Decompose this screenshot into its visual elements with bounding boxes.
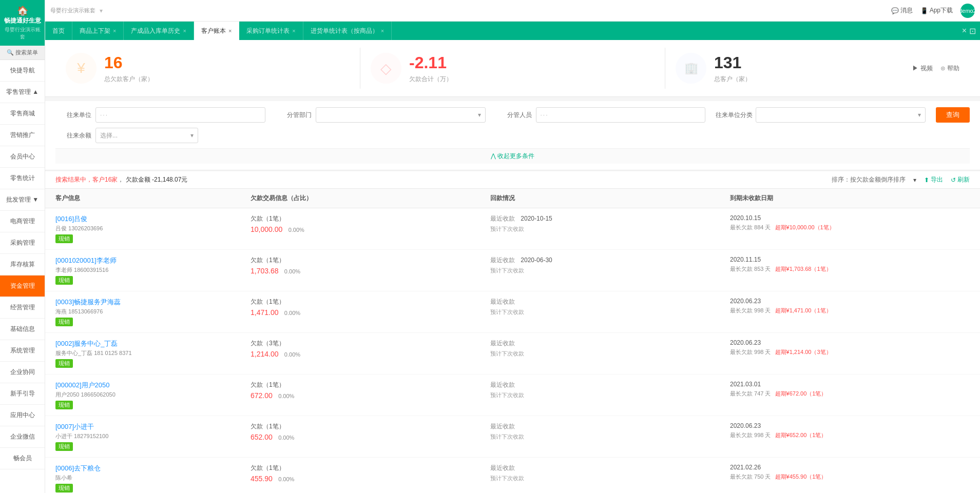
- sidebar-item-ecommerce[interactable]: 电商管理: [0, 211, 45, 232]
- sidebar-item-quick-nav[interactable]: 快捷导航: [0, 60, 45, 82]
- collection-col: 最近收款 预计下次收款: [490, 422, 730, 441]
- collapse-filter-btn[interactable]: ⋀ 收起更多条件: [55, 148, 970, 164]
- overdue-link[interactable]: 超期¥672.00（1笔）: [775, 390, 827, 397]
- debt-icon: ◇: [371, 53, 401, 84]
- person-input[interactable]: ···: [536, 107, 706, 123]
- message-btn[interactable]: 💬 消息: [891, 6, 913, 15]
- sidebar-item-enterprise[interactable]: 企业协同: [0, 362, 45, 383]
- topbar: 母婴行业演示账套 ▾ 💬 消息 📱 App下载 demo2: [45, 0, 980, 22]
- col-header-customer: 客户信息: [55, 194, 251, 203]
- refresh-btn[interactable]: ↺ 刷新: [951, 175, 970, 184]
- stats-row: ¥ 16 总欠款客户（家） ◇ -2.11 欠款合计（万） 🏢 131: [45, 40, 980, 97]
- export-btn[interactable]: ⬆ 导出: [924, 175, 943, 184]
- sidebar-item-corp-wechat[interactable]: 企业微信: [0, 426, 45, 448]
- sidebar-item-system[interactable]: 系统管理: [0, 340, 45, 362]
- table-row: [000002]用户2050 用户2050 18665062050 现销 欠款（…: [45, 374, 980, 416]
- sidebar-item-marketing[interactable]: 营销推广: [0, 125, 45, 146]
- close-icon[interactable]: ×: [228, 28, 232, 34]
- overdue-link[interactable]: 超期¥10,000.00（1笔）: [775, 224, 835, 230]
- help-btn[interactable]: ⊙ 帮助: [940, 64, 959, 73]
- debt-amount[interactable]: 1,471.00: [251, 308, 279, 317]
- sidebar-item-retail-stat[interactable]: 零售统计: [0, 168, 45, 189]
- app-download-btn[interactable]: 📱 App下载: [920, 6, 953, 15]
- results-amount: 欠款金额 -21,148.07元: [126, 176, 188, 183]
- close-icon[interactable]: ×: [183, 28, 186, 34]
- sort-arrow-icon[interactable]: ▾: [913, 176, 916, 184]
- balance-select[interactable]: 选择... ▾: [95, 128, 198, 143]
- maximize-icon[interactable]: ⊡: [969, 26, 976, 36]
- customer-name-link[interactable]: [0006]去下粮仓: [55, 464, 251, 473]
- close-all-tabs-icon[interactable]: ×: [962, 26, 967, 35]
- customer-name-link[interactable]: [000002]用户2050: [55, 381, 251, 390]
- sidebar-item-label: 资金管理: [10, 282, 35, 289]
- customer-name-link[interactable]: [0007]小进干: [55, 422, 251, 431]
- sidebar-item-batch-mgmt[interactable]: 批发管理 ▼: [0, 189, 45, 211]
- video-btn[interactable]: ▶ 视频: [912, 64, 932, 73]
- close-icon[interactable]: ×: [381, 28, 384, 34]
- overdue-date: 2020.10.15: [730, 214, 970, 222]
- tab-production-history[interactable]: 产成品入库单历史 ×: [124, 22, 194, 40]
- sidebar-item-retail-mall[interactable]: 零售商城: [0, 103, 45, 125]
- sidebar-item-finance[interactable]: 资金管理: [0, 275, 45, 297]
- app-logo[interactable]: 🏠 畅捷通好生意 母婴行业演示账套: [0, 0, 45, 46]
- customer-name-link[interactable]: [0016]吕俊: [55, 214, 251, 224]
- dept-select[interactable]: ▾: [316, 107, 486, 123]
- customer-info-col: [0001020001]李老师 李老师 18600391516 现销: [55, 256, 251, 285]
- overdue-link[interactable]: 超期¥1,214.00（3笔）: [775, 349, 832, 355]
- customer-name-link[interactable]: [0001020001]李老师: [55, 256, 251, 265]
- overdue-link[interactable]: 超期¥652.00（1笔）: [775, 432, 827, 438]
- collection-col: 最近收款 预计下次收款: [490, 381, 730, 399]
- customer-phone: 海燕 18513066976: [55, 308, 251, 315]
- debt-percent: 0.00%: [284, 351, 300, 358]
- overdue-link[interactable]: 超期¥1,471.00（1笔）: [775, 307, 832, 313]
- query-button[interactable]: 查询: [936, 107, 970, 123]
- close-icon[interactable]: ×: [292, 28, 295, 34]
- overdue-link[interactable]: 超期¥1,703.68（1笔）: [775, 266, 832, 272]
- tab-purchase-orders[interactable]: 采购订单统计表 ×: [239, 22, 303, 40]
- customer-name: 去下粮仓: [74, 464, 101, 472]
- debt-amount[interactable]: 1,214.00: [251, 350, 279, 358]
- debt-amount[interactable]: 672.00: [251, 391, 273, 400]
- sidebar-item-vip[interactable]: 畅会员: [0, 448, 45, 469]
- debt-count: 欠款（3笔）: [251, 339, 490, 348]
- stat-info-3: 131 总客户（家）: [714, 53, 751, 83]
- debt-amount[interactable]: 1,703.68: [251, 267, 279, 275]
- overdue-col: 2021.02.26 最长欠款 750 天 超期¥455.90（1笔）: [730, 464, 970, 481]
- stat-card-overdue-customers: ¥ 16 总欠款客户（家）: [55, 48, 360, 89]
- sidebar-search[interactable]: 🔍 搜索菜单: [0, 46, 45, 60]
- unit-category-select[interactable]: ▾: [756, 107, 926, 123]
- overdue-days: 最长欠款 998 天 超期¥652.00（1笔）: [730, 431, 970, 439]
- stat-info-1: 16 总欠款客户（家）: [104, 53, 153, 83]
- debt-amount[interactable]: 10,000.00: [251, 225, 282, 233]
- sidebar-item-purchase[interactable]: 采购管理: [0, 232, 45, 254]
- tab-home[interactable]: 首页: [45, 22, 72, 40]
- overdue-customers-value: 16: [104, 53, 153, 72]
- debt-percent: 0.00%: [284, 268, 300, 274]
- tab-purchase-stats[interactable]: 进货单统计表（按商品） ×: [303, 22, 392, 40]
- debt-amount[interactable]: 455.90: [251, 475, 273, 483]
- tab-label: 商品上下架: [80, 27, 110, 35]
- overdue-link[interactable]: 超期¥455.90（1笔）: [775, 474, 827, 480]
- sidebar-item-member[interactable]: 会员中心: [0, 146, 45, 168]
- sidebar-item-label: 电商管理: [10, 218, 35, 225]
- customer-name-link[interactable]: [0003]畅捷服务尹海蕊: [55, 298, 251, 307]
- close-icon[interactable]: ×: [113, 28, 116, 34]
- tab-products-offline[interactable]: 商品上下架 ×: [72, 22, 124, 40]
- sidebar-item-basic-info[interactable]: 基础信息: [0, 319, 45, 340]
- source-unit-input[interactable]: ···: [95, 107, 265, 123]
- sidebar-item-business[interactable]: 经营管理: [0, 297, 45, 319]
- sidebar-item-retail-mgmt[interactable]: 零售管理 ▲: [0, 82, 45, 103]
- user-avatar[interactable]: demo2: [960, 4, 975, 18]
- sidebar-item-inventory[interactable]: 库存核算: [0, 254, 45, 275]
- debt-info-col: 欠款（3笔） 1,214.00 0.00%: [251, 339, 490, 358]
- collection-col: 最近收款 2020-10-15 预计下次收款: [490, 214, 730, 233]
- customer-name-link[interactable]: [0002]服务中心_丁磊: [55, 339, 251, 348]
- debt-info-col: 欠款（1笔） 672.00 0.00%: [251, 381, 490, 400]
- sidebar-item-newbie[interactable]: 新手引导: [0, 383, 45, 405]
- debt-amount[interactable]: 652.00: [251, 433, 273, 441]
- tab-customer-account[interactable]: 客户账本 ×: [194, 22, 239, 40]
- help-icon: ⊙: [940, 65, 946, 72]
- debt-count: 欠款（1笔）: [251, 256, 490, 265]
- balance-label: 往来余额: [55, 131, 91, 140]
- sidebar-item-app-center[interactable]: 应用中心: [0, 405, 45, 426]
